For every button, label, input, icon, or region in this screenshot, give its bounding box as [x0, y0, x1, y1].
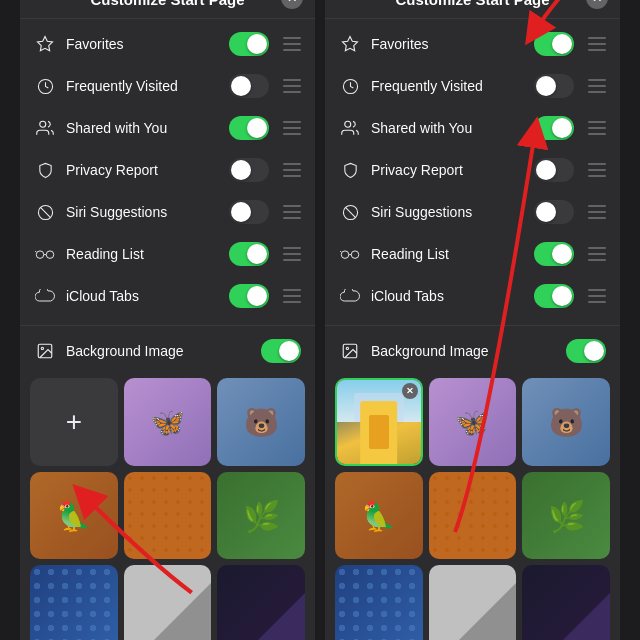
- right-item-siri: Siri Suggestions: [325, 191, 620, 233]
- left-bg-butterfly[interactable]: [124, 378, 212, 466]
- right-bg-triangles[interactable]: [429, 565, 517, 640]
- left-items-list: Favorites Frequently Visited Shared with…: [20, 19, 315, 321]
- left-favorites-toggle[interactable]: [229, 32, 269, 56]
- right-shared-handle[interactable]: [588, 121, 606, 135]
- left-reading-handle[interactable]: [283, 247, 301, 261]
- right-icloud-toggle[interactable]: [534, 284, 574, 308]
- right-glasses-icon: [339, 243, 361, 265]
- right-bg-butterfly[interactable]: [429, 378, 517, 466]
- left-siri-handle[interactable]: [283, 205, 301, 219]
- left-privacy-handle[interactable]: [283, 163, 301, 177]
- left-bg-grid-container: +: [20, 372, 315, 640]
- left-bg-section: Background Image +: [20, 330, 315, 640]
- svg-line-4: [40, 207, 50, 217]
- right-siri-toggle[interactable]: [534, 200, 574, 224]
- right-bg-bear[interactable]: [522, 378, 610, 466]
- right-bg-label: Background Image: [371, 343, 556, 359]
- left-frequently-visited-toggle[interactable]: [229, 74, 269, 98]
- right-siri-label: Siri Suggestions: [371, 204, 524, 220]
- left-shared-toggle[interactable]: [229, 116, 269, 140]
- left-privacy-label: Privacy Report: [66, 162, 219, 178]
- right-bg-parrot[interactable]: [335, 472, 423, 560]
- bg-image-icon: [34, 340, 56, 362]
- left-bg-toggle[interactable]: [261, 339, 301, 363]
- left-shared-handle[interactable]: [283, 121, 301, 135]
- left-bg-parrot[interactable]: [30, 472, 118, 560]
- right-frequently-visited-handle[interactable]: [588, 79, 606, 93]
- right-shared-toggle[interactable]: [534, 116, 574, 140]
- right-icloud-handle[interactable]: [588, 289, 606, 303]
- left-bg-blue-dots[interactable]: [30, 565, 118, 640]
- left-divider: [20, 325, 315, 326]
- left-panel-title: Customize Start Page: [90, 0, 244, 8]
- right-bg-image-icon: [339, 340, 361, 362]
- left-item-favorites: Favorites: [20, 23, 315, 65]
- left-bg-dots-orange[interactable]: [124, 472, 212, 560]
- left-frequently-visited-handle[interactable]: [283, 79, 301, 93]
- remove-photo-button[interactable]: ✕: [402, 383, 418, 399]
- right-bg-toggle[interactable]: [566, 339, 606, 363]
- svg-point-23: [346, 347, 348, 349]
- left-close-button[interactable]: ✕: [281, 0, 303, 9]
- right-icloud-label: iCloud Tabs: [371, 288, 524, 304]
- left-siri-toggle[interactable]: [229, 200, 269, 224]
- left-reading-toggle[interactable]: [229, 242, 269, 266]
- right-bg-green[interactable]: [522, 472, 610, 560]
- left-bg-triangles[interactable]: [124, 565, 212, 640]
- svg-line-17: [345, 207, 355, 217]
- right-privacy-handle[interactable]: [588, 163, 606, 177]
- right-bg-dark[interactable]: [522, 565, 610, 640]
- star-icon: [34, 33, 56, 55]
- right-bg-photo[interactable]: ✕: [335, 378, 423, 466]
- svg-point-5: [36, 251, 44, 259]
- right-frequently-visited-toggle[interactable]: [534, 74, 574, 98]
- left-privacy-toggle[interactable]: [229, 158, 269, 182]
- left-bg-header: Background Image: [20, 330, 315, 372]
- people-icon: [34, 117, 56, 139]
- left-bg-bear[interactable]: [217, 378, 305, 466]
- right-item-frequently-visited: Frequently Visited: [325, 65, 620, 107]
- right-frequently-visited-label: Frequently Visited: [371, 78, 524, 94]
- svg-point-10: [41, 347, 43, 349]
- left-bg-dark[interactable]: [217, 565, 305, 640]
- right-favorites-toggle[interactable]: [534, 32, 574, 56]
- svg-point-18: [341, 251, 349, 259]
- right-item-privacy-report: Privacy Report: [325, 149, 620, 191]
- right-panel-title: Customize Start Page: [395, 0, 549, 8]
- left-shared-label: Shared with You: [66, 120, 219, 136]
- right-bg-section: Background Image ✕: [325, 330, 620, 640]
- right-divider: [325, 325, 620, 326]
- left-frequently-visited-label: Frequently Visited: [66, 78, 219, 94]
- left-add-bg-button[interactable]: +: [30, 378, 118, 466]
- right-item-favorites: Favorites: [325, 23, 620, 65]
- shield-icon: [34, 159, 56, 181]
- right-close-button[interactable]: ✕: [586, 0, 608, 9]
- svg-line-8: [35, 251, 36, 252]
- right-reading-toggle[interactable]: [534, 242, 574, 266]
- right-bg-header: Background Image: [325, 330, 620, 372]
- right-reading-handle[interactable]: [588, 247, 606, 261]
- left-favorites-handle[interactable]: [283, 37, 301, 51]
- left-bg-green[interactable]: [217, 472, 305, 560]
- right-clock-icon: [339, 75, 361, 97]
- left-siri-label: Siri Suggestions: [66, 204, 219, 220]
- right-favorites-label: Favorites: [371, 36, 524, 52]
- svg-point-6: [46, 251, 54, 259]
- clock-icon: [34, 75, 56, 97]
- left-icloud-toggle[interactable]: [229, 284, 269, 308]
- left-item-reading-list: Reading List: [20, 233, 315, 275]
- right-item-icloud-tabs: iCloud Tabs: [325, 275, 620, 317]
- right-bg-blue-dots[interactable]: [335, 565, 423, 640]
- left-item-icloud-tabs: iCloud Tabs: [20, 275, 315, 317]
- right-siri-handle[interactable]: [588, 205, 606, 219]
- right-favorites-handle[interactable]: [588, 37, 606, 51]
- right-privacy-toggle[interactable]: [534, 158, 574, 182]
- right-people-icon: [339, 117, 361, 139]
- left-icloud-handle[interactable]: [283, 289, 301, 303]
- left-item-shared-with-you: Shared with You: [20, 107, 315, 149]
- right-shared-label: Shared with You: [371, 120, 524, 136]
- left-panel: Customize Start Page ✕ Favorites Frequen…: [20, 0, 315, 640]
- right-shield-icon: [339, 159, 361, 181]
- right-items-list: Favorites: [325, 19, 620, 321]
- right-bg-dots-orange[interactable]: [429, 472, 517, 560]
